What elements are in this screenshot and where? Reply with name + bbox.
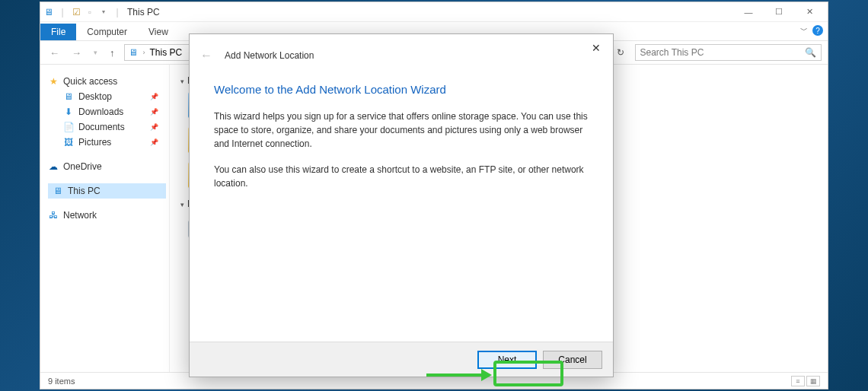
desktop-icon: 🖥 — [63, 91, 74, 102]
qat-separator: | — [112, 7, 123, 17]
next-button[interactable]: Next — [477, 351, 537, 369]
close-button[interactable]: ✕ — [794, 2, 825, 22]
search-placeholder: Search This PC — [640, 47, 704, 58]
maximize-button[interactable]: ☐ — [764, 2, 794, 22]
dialog-title: Add Network Location — [225, 50, 314, 61]
pin-icon: 📌 — [150, 93, 158, 100]
network-icon: 🖧 — [48, 210, 59, 221]
chevron-down-icon: ▾ — [180, 78, 184, 85]
sidebar-item-pictures[interactable]: 🖼Pictures📌 — [48, 135, 166, 150]
refresh-button[interactable]: ↻ — [612, 47, 629, 58]
dialog-body: Welcome to the Add Network Location Wiza… — [190, 77, 613, 342]
dialog-close-button[interactable]: ✕ — [586, 39, 607, 57]
pc-icon: 🖥 — [53, 186, 63, 196]
item-count: 9 items — [48, 377, 75, 386]
pictures-icon: 🖼 — [63, 137, 74, 148]
app-icon: 🖥 — [43, 7, 54, 17]
minimize-button[interactable]: — — [733, 2, 764, 22]
onedrive-icon: ☁ — [48, 161, 59, 172]
ribbon-collapse-icon[interactable]: ﹀ — [800, 25, 808, 36]
window-title: This PC — [127, 7, 160, 17]
nav-recent-icon[interactable]: ▾ — [91, 49, 101, 56]
navigation-pane: ★Quick access 🖥Desktop📌 ⬇Downloads📌 📄Doc… — [40, 65, 170, 372]
documents-icon: 📄 — [63, 122, 74, 132]
qat-dropdown-icon[interactable]: ▾ — [98, 7, 109, 17]
sidebar-onedrive[interactable]: ☁OneDrive — [48, 159, 166, 174]
view-icons-button[interactable]: ▦ — [806, 376, 820, 386]
downloads-icon: ⬇ — [63, 106, 74, 117]
dialog-heading: Welcome to the Add Network Location Wiza… — [214, 83, 589, 96]
chevron-right-icon[interactable]: › — [143, 49, 145, 56]
pin-icon: 📌 — [150, 108, 158, 116]
nav-back-button[interactable]: ← — [46, 47, 62, 59]
dialog-paragraph: You can also use this wizard to create a… — [214, 163, 589, 190]
view-details-button[interactable]: ≡ — [791, 376, 805, 386]
cancel-button[interactable]: Cancel — [543, 351, 602, 369]
title-bar[interactable]: 🖥 | ☑ ▫ ▾ | This PC — ☐ ✕ — [40, 2, 828, 22]
dialog-header: ← Add Network Location ✕ — [190, 34, 613, 77]
dialog-footer: Next Cancel — [190, 342, 613, 377]
qat-newfolder-icon[interactable]: ▫ — [85, 7, 95, 17]
dialog-back-button: ← — [200, 49, 212, 62]
qat-separator: | — [57, 7, 68, 17]
help-icon[interactable]: ? — [812, 25, 823, 36]
sidebar-item-documents[interactable]: 📄Documents📌 — [48, 119, 166, 135]
qat-properties-icon[interactable]: ☑ — [71, 7, 81, 17]
search-input[interactable]: Search This PC 🔍 — [635, 44, 822, 61]
sidebar-quick-access[interactable]: ★Quick access — [48, 74, 166, 89]
pin-icon: 📌 — [150, 138, 158, 146]
sidebar-this-pc[interactable]: 🖥This PC — [48, 183, 166, 199]
sidebar-item-desktop[interactable]: 🖥Desktop📌 — [48, 89, 166, 104]
sidebar-item-downloads[interactable]: ⬇Downloads📌 — [48, 104, 166, 119]
pin-icon: 📌 — [150, 123, 158, 131]
nav-up-button[interactable]: ↑ — [107, 47, 118, 59]
breadcrumb[interactable]: This PC — [150, 47, 183, 58]
tab-computer[interactable]: Computer — [76, 24, 138, 40]
dialog-paragraph: This wizard helps you sign up for a serv… — [214, 110, 589, 151]
sidebar-network[interactable]: 🖧Network — [48, 208, 166, 223]
add-network-location-dialog: ← Add Network Location ✕ Welcome to the … — [189, 33, 614, 377]
breadcrumb-icon: 🖥 — [128, 47, 139, 58]
star-icon: ★ — [48, 76, 59, 87]
chevron-down-icon: ▾ — [180, 201, 184, 208]
nav-forward-button[interactable]: → — [69, 47, 85, 59]
tab-view[interactable]: View — [138, 24, 179, 40]
search-icon: 🔍 — [805, 47, 816, 58]
tab-file[interactable]: File — [40, 24, 76, 40]
